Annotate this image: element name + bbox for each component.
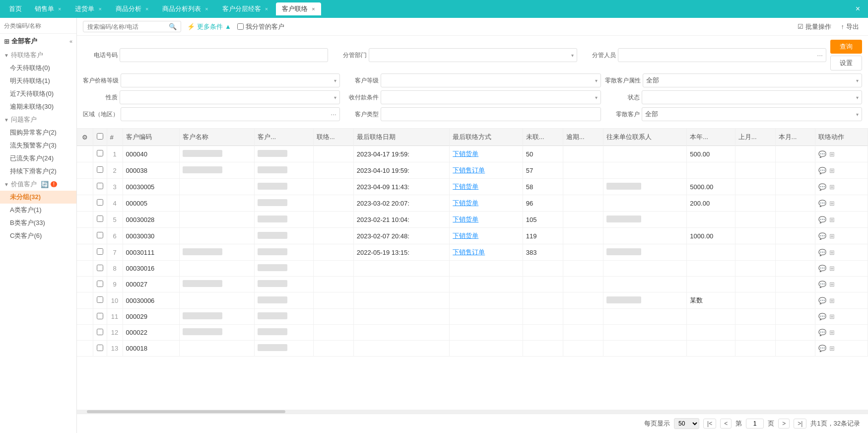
row-checkbox[interactable] <box>97 150 103 156</box>
sidebar-item-7days[interactable]: 近7天待联络(0) <box>0 87 76 100</box>
th-last-method[interactable]: 最后联络方式 <box>450 129 523 146</box>
th-checkbox[interactable] <box>93 129 107 146</box>
th-contact[interactable]: 联络... <box>313 129 353 146</box>
sidebar-item-hoarding[interactable]: 囤购异常客户(2) <box>0 126 76 139</box>
row-checkbox[interactable] <box>97 199 103 206</box>
close-tab-purchase-icon[interactable]: × <box>98 6 101 12</box>
close-tab-analysis-icon[interactable]: × <box>145 6 148 12</box>
row-checkbox-cell[interactable] <box>93 146 107 162</box>
sidebar-item-class-c[interactable]: C类客户(6) <box>0 229 76 242</box>
filter-input-nature[interactable]: ▾ <box>120 90 340 104</box>
sidebar-all-customers[interactable]: ⊞ 全部客户 « <box>0 34 76 49</box>
last-page-btn[interactable]: >| <box>794 419 806 429</box>
grid-action-icon[interactable]: ⊞ <box>829 345 835 352</box>
sidebar-item-class-b[interactable]: B类客户(33) <box>0 216 76 229</box>
chat-icon[interactable]: 💬 <box>818 150 826 158</box>
horizontal-scrollbar[interactable] <box>77 410 868 414</box>
grid-action-icon[interactable]: ⊞ <box>829 249 835 256</box>
chat-icon[interactable]: 💬 <box>818 281 826 288</box>
sidebar-item-churn-warning[interactable]: 流失预警客户(3) <box>0 139 76 152</box>
sidebar-group-pending[interactable]: ▼ 待联络客户 <box>0 49 76 62</box>
th-code[interactable]: 客户编码 <box>123 129 180 146</box>
chat-icon[interactable]: 💬 <box>818 183 826 191</box>
row-checkbox-cell[interactable] <box>93 212 107 228</box>
last-method-link[interactable]: 下销售订单 <box>453 248 485 256</box>
th-this-year[interactable]: 本年... <box>687 129 735 146</box>
chat-icon[interactable]: 💬 <box>818 265 826 272</box>
filter-input-customer-level[interactable]: ▾ <box>381 73 601 87</box>
th-settings[interactable]: ⚙ <box>77 129 93 146</box>
sidebar-item-churned[interactable]: 已流失客户(24) <box>0 152 76 165</box>
nav-tab-sales[interactable]: 销售单 × <box>29 2 67 15</box>
grid-action-icon[interactable]: ⊞ <box>829 232 835 240</box>
th-name[interactable]: 客户名称 <box>180 129 255 146</box>
row-checkbox-cell[interactable] <box>93 341 107 357</box>
chat-icon[interactable]: 💬 <box>818 200 826 207</box>
filter-input-phone[interactable] <box>120 48 328 62</box>
row-checkbox[interactable] <box>97 281 103 287</box>
last-method-link[interactable]: 下销售订单 <box>453 166 485 174</box>
sidebar-item-class-a[interactable]: A类客户(1) <box>0 204 76 216</box>
row-checkbox[interactable] <box>97 313 103 319</box>
row-checkbox-cell[interactable] <box>93 261 107 277</box>
query-button[interactable]: 查询 <box>830 40 862 54</box>
th-no-contact[interactable]: 未联... <box>523 129 563 146</box>
row-checkbox[interactable] <box>97 265 103 271</box>
row-checkbox-cell[interactable] <box>93 179 107 195</box>
row-checkbox[interactable] <box>97 183 103 189</box>
sidebar-item-today[interactable]: 今天待联络(0) <box>0 62 76 74</box>
row-checkbox[interactable] <box>97 232 103 238</box>
batch-ops-btn[interactable]: ☑ 批量操作 <box>795 21 834 32</box>
nav-tab-customer-contact[interactable]: 客户联络 × <box>276 2 321 15</box>
chat-icon[interactable]: 💬 <box>818 232 826 240</box>
row-last-method[interactable]: 下销售订单 <box>450 244 523 261</box>
filter-input-manager[interactable]: ··· <box>618 48 826 62</box>
row-checkbox[interactable] <box>97 248 103 255</box>
row-checkbox[interactable] <box>97 216 103 222</box>
row-checkbox-cell[interactable] <box>93 309 107 325</box>
grid-action-icon[interactable]: ⊞ <box>829 313 835 320</box>
row-last-method[interactable]: 下销售订单 <box>450 162 523 179</box>
sidebar-group-value[interactable]: ▼ 价值客户 🔄 ! <box>0 178 76 191</box>
filter-input-retail-customer[interactable]: 全部 ▾ <box>642 107 862 121</box>
th-overdue[interactable]: 逾期... <box>563 129 603 146</box>
row-last-method[interactable]: 下销货单 <box>450 195 523 212</box>
filter-input-customer-type[interactable] <box>381 107 601 121</box>
sidebar-item-declining[interactable]: 持续下滑客户(2) <box>0 165 76 178</box>
row-checkbox[interactable] <box>97 296 103 303</box>
row-checkbox[interactable] <box>97 329 103 335</box>
grid-action-icon[interactable]: ⊞ <box>829 167 835 174</box>
first-page-btn[interactable]: |< <box>703 419 716 429</box>
next-page-btn[interactable]: > <box>778 419 790 429</box>
sidebar-group-problem[interactable]: ▼ 问题客户 <box>0 113 76 126</box>
close-tab-customer-tier-icon[interactable]: × <box>265 6 268 12</box>
my-customers-checkbox[interactable] <box>237 23 244 30</box>
filter-input-dept[interactable]: ▾ <box>369 48 577 62</box>
sidebar-collapse-icon[interactable]: « <box>69 38 72 44</box>
grid-action-icon[interactable]: ⊞ <box>829 265 835 272</box>
th-this-month[interactable]: 本月... <box>775 129 815 146</box>
scrollbar-thumb[interactable] <box>87 410 285 413</box>
filter-input-price-level[interactable]: ▾ <box>121 73 340 87</box>
chat-icon[interactable]: 💬 <box>818 297 826 304</box>
nav-tab-analysis[interactable]: 商品分析 × <box>110 2 154 15</box>
last-method-link[interactable]: 下销货单 <box>453 232 478 239</box>
row-checkbox-cell[interactable] <box>93 325 107 341</box>
search-input[interactable] <box>87 23 167 30</box>
sidebar-item-ungrouped[interactable]: 未分组(32) <box>0 191 76 204</box>
select-all-checkbox[interactable] <box>97 133 103 140</box>
chat-icon[interactable]: 💬 <box>818 249 826 256</box>
last-method-link[interactable]: 下销货单 <box>453 199 478 207</box>
row-last-method[interactable]: 下销货单 <box>450 146 523 162</box>
nav-tab-analysis-list[interactable]: 商品分析列表 × <box>156 2 214 15</box>
sidebar-search-input[interactable] <box>4 22 77 29</box>
row-checkbox-cell[interactable] <box>93 162 107 179</box>
prev-page-btn[interactable]: < <box>720 419 732 429</box>
close-tab-sales-icon[interactable]: × <box>58 6 61 12</box>
filter-input-status[interactable]: ▾ <box>642 90 862 104</box>
filter-input-retail-attr[interactable]: 全部 ▾ <box>643 73 862 87</box>
more-conditions-btn[interactable]: ⚡ 更多条件 ▲ <box>187 22 231 31</box>
grid-action-icon[interactable]: ⊞ <box>829 297 835 304</box>
row-last-method[interactable]: 下销货单 <box>450 212 523 228</box>
last-method-link[interactable]: 下销货单 <box>453 183 478 190</box>
